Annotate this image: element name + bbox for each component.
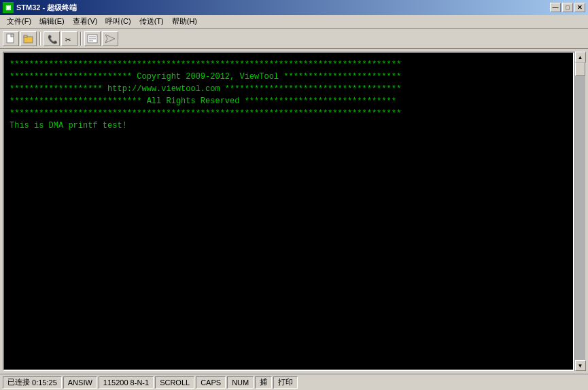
status-connection: 已连接 0:15:25 [3, 376, 62, 389]
toolbar-sep-2 [80, 32, 82, 46]
status-capture: 捕 [255, 376, 272, 389]
status-caps: CAPS [196, 376, 226, 389]
menu-file[interactable]: 文件(F) [3, 15, 35, 28]
svg-rect-3 [24, 35, 27, 37]
svg-text:✂: ✂ [65, 36, 71, 43]
svg-text:📞: 📞 [48, 34, 57, 44]
scrollbar: ▲ ▼ [574, 52, 585, 371]
svg-rect-1 [11, 34, 14, 37]
disconnect-button[interactable]: ✂ [61, 31, 77, 46]
disconnect-icon: ✂ [64, 33, 75, 44]
toolbar-sep-1 [39, 32, 41, 46]
status-print: 打印 [273, 376, 298, 389]
app-icon: ▣ [3, 2, 14, 13]
new-icon [5, 33, 16, 44]
title-text: STM32 - 超级终端 [16, 3, 77, 13]
menu-view[interactable]: 查看(V) [69, 15, 102, 28]
title-bar: ▣ STM32 - 超级终端 — □ ✕ [0, 0, 588, 15]
maximize-button[interactable]: □ [562, 3, 573, 12]
status-bar: 已连接 0:15:25 ANSIW 115200 8-N-1 SCROLL CA… [0, 374, 588, 390]
status-baud: 115200 8-N-1 [99, 376, 154, 389]
toolbar: 📞 ✂ [0, 29, 588, 49]
main-area: ****************************************… [0, 49, 588, 374]
menu-bar: 文件(F) 编辑(E) 查看(V) 呼叫(C) 传送(T) 帮助(H) [0, 15, 588, 29]
terminal-content: ****************************************… [4, 53, 573, 137]
open-button[interactable] [20, 31, 37, 46]
new-button[interactable] [3, 31, 19, 46]
call-button[interactable]: 📞 [44, 31, 60, 46]
send-button[interactable] [102, 31, 118, 46]
title-bar-left: ▣ STM32 - 超级终端 [3, 2, 77, 13]
properties-button[interactable] [84, 31, 101, 46]
terminal[interactable]: ****************************************… [3, 52, 574, 371]
close-button[interactable]: ✕ [574, 3, 585, 12]
menu-call[interactable]: 呼叫(C) [101, 15, 135, 28]
call-icon: 📞 [46, 33, 57, 44]
status-num: NUM [227, 376, 254, 389]
scroll-track[interactable] [575, 63, 585, 360]
minimize-button[interactable]: — [550, 3, 561, 12]
status-scroll: SCROLL [155, 376, 194, 389]
send-icon [105, 33, 116, 44]
svg-marker-10 [105, 35, 115, 43]
menu-help[interactable]: 帮助(H) [168, 15, 201, 28]
scroll-up-button[interactable]: ▲ [575, 52, 586, 63]
scroll-thumb[interactable] [575, 63, 585, 76]
scroll-down-button[interactable]: ▼ [575, 360, 586, 371]
properties-icon [87, 33, 98, 44]
menu-edit[interactable]: 编辑(E) [35, 15, 69, 28]
menu-transfer[interactable]: 传送(T) [135, 15, 168, 28]
status-encoding: ANSIW [63, 376, 97, 389]
title-buttons: — □ ✕ [550, 3, 585, 12]
open-icon [23, 33, 34, 44]
